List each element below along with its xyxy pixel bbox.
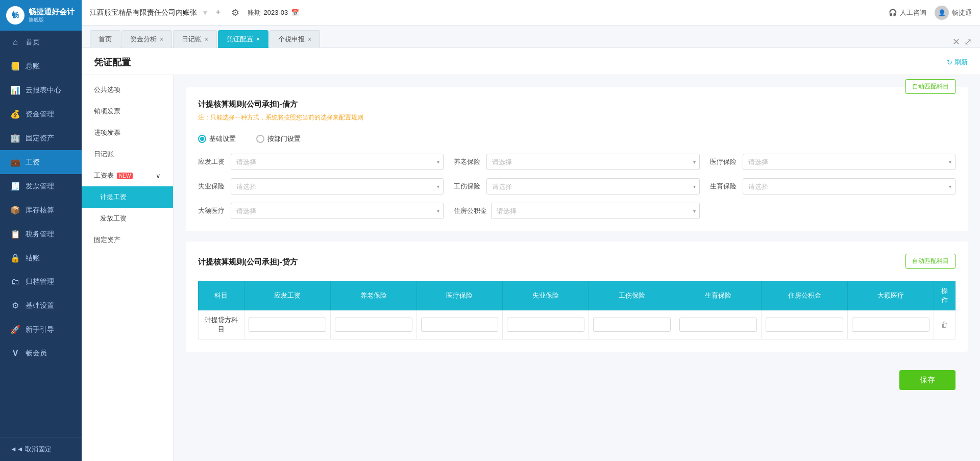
cell-yfgz[interactable] xyxy=(244,310,330,339)
cell-ylbx2[interactable] xyxy=(416,310,503,339)
input-daly[interactable] xyxy=(852,318,929,332)
user-info[interactable]: 👤 畅捷通 xyxy=(935,6,972,20)
company-name[interactable]: 江西服宝精品有限责任公司内账张 xyxy=(90,8,197,17)
menu-jiti[interactable]: 计提工资 xyxy=(82,186,173,208)
select-ylbx-wrap: 请选择 ▾ xyxy=(486,154,699,170)
refresh-button[interactable]: ↻ 刷新 xyxy=(947,58,968,67)
delete-row-button[interactable]: 🗑 xyxy=(941,321,948,329)
menu-public[interactable]: 公共选项 xyxy=(82,79,173,101)
cell-action[interactable]: 🗑 xyxy=(934,310,955,339)
tab-home-label: 首页 xyxy=(99,35,112,44)
sidebar-item-tax[interactable]: 📋 税务管理 xyxy=(0,222,82,246)
tab-home[interactable]: 首页 xyxy=(90,30,120,48)
sidebar-item-close[interactable]: 🔒 结账 xyxy=(0,246,82,270)
sidebar-item-label: 结账 xyxy=(26,254,40,263)
label-ylbx2: 医疗保险 xyxy=(710,157,739,166)
label-ylbx: 养老保险 xyxy=(454,157,482,166)
tab-finance-close[interactable]: × xyxy=(160,36,163,43)
cell-gjj[interactable] xyxy=(762,310,848,339)
sidebar-item-ledger[interactable]: 📒 总账 xyxy=(0,54,82,78)
select-yfgz[interactable]: 请选择 xyxy=(231,154,444,170)
sidebar-item-guide[interactable]: 🚀 新手引导 xyxy=(0,318,82,342)
select-gsbx[interactable]: 请选择 xyxy=(486,178,699,195)
tab-voucher-close[interactable]: × xyxy=(256,36,260,43)
sidebar-item-reports[interactable]: 📊 云报表中心 xyxy=(0,78,82,102)
input-ylbx[interactable] xyxy=(335,318,412,332)
select-ylbx[interactable]: 请选择 xyxy=(486,154,699,170)
tab-journal-label: 日记账 xyxy=(182,35,202,44)
menu-salary-table[interactable]: 工资表 NEW ∨ xyxy=(82,165,173,186)
th-gjj: 住房公积金 xyxy=(762,281,848,310)
radio-group: 基础设置 按部门设置 xyxy=(198,134,955,143)
menu-sales[interactable]: 销项发票 xyxy=(82,101,173,122)
label-sybx: 失业保险 xyxy=(198,182,227,191)
tab-voucher-label: 凭证配置 xyxy=(227,35,253,44)
sidebar-item-label: 首页 xyxy=(26,38,40,47)
auto-match-button-1[interactable]: 自动匹配科目 xyxy=(905,79,955,94)
left-menu: 公共选项 销项发票 进项发票 日记账 工资表 NEW ∨ xyxy=(82,75,174,461)
cell-ylbx[interactable] xyxy=(330,310,416,339)
sidebar-item-archive[interactable]: 🗂 归档管理 xyxy=(0,270,82,294)
select-sybx[interactable]: 请选择 xyxy=(231,178,444,195)
select-gjj[interactable]: 请选择 xyxy=(491,203,699,219)
tab-journal-close[interactable]: × xyxy=(205,36,208,43)
menu-pay[interactable]: 发放工资 xyxy=(82,208,173,229)
auto-match-button-2[interactable]: 自动匹配科目 xyxy=(905,254,955,269)
input-gsbx[interactable] xyxy=(593,318,671,332)
sidebar-item-settings[interactable]: ⚙ 基础设置 xyxy=(0,294,82,318)
sidebar-unpin[interactable]: ◄◄ 取消固定 xyxy=(0,437,82,461)
menu-purchase[interactable]: 进项发票 xyxy=(82,122,173,143)
settings-button[interactable]: ⚙ xyxy=(229,5,241,20)
sidebar-item-invoice[interactable]: 🧾 发票管理 xyxy=(0,174,82,198)
input-ylbx2[interactable] xyxy=(421,318,499,332)
sidebar-item-finance[interactable]: 💰 资金管理 xyxy=(0,102,82,126)
dropdown-icon[interactable]: ▾ xyxy=(203,8,207,17)
sidebar-item-inventory[interactable]: 📦 库存核算 xyxy=(0,198,82,222)
th-ylbx: 养老保险 xyxy=(330,281,416,310)
refresh-label: 刷新 xyxy=(954,58,968,67)
unpin-label: ◄◄ 取消固定 xyxy=(10,445,52,454)
sidebar-item-assets[interactable]: 🏢 固定资产 xyxy=(0,126,82,150)
consult-button[interactable]: 🎧 人工咨询 xyxy=(889,8,926,17)
sidebar-item-vip[interactable]: V 畅会员 xyxy=(0,342,82,365)
menu-journal[interactable]: 日记账 xyxy=(82,143,173,165)
sidebar: 畅 畅捷通好会计 旗舰版 ⌂ 首页 📒 总账 📊 云报表中心 💰 资金管理 🏢 … xyxy=(0,0,82,461)
tab-tax[interactable]: 个税申报 × xyxy=(270,30,320,48)
input-gjj[interactable] xyxy=(766,318,843,332)
add-button[interactable]: + xyxy=(213,5,223,20)
menu-journal-label: 日记账 xyxy=(94,150,114,159)
tab-finance[interactable]: 资金分析 × xyxy=(121,30,172,48)
cell-sybx2[interactable] xyxy=(675,310,762,339)
reports-icon: 📊 xyxy=(10,85,20,95)
tab-tax-close[interactable]: × xyxy=(308,36,311,43)
select-ylbx2-wrap: 请选择 ▾ xyxy=(743,154,955,170)
input-yfgz[interactable] xyxy=(249,318,326,332)
select-sybx2[interactable]: 请选择 xyxy=(743,178,955,195)
select-ylbx2[interactable]: 请选择 xyxy=(743,154,955,170)
menu-jiti-label: 计提工资 xyxy=(100,192,127,202)
vip-icon: V xyxy=(10,349,20,358)
sidebar-item-salary[interactable]: 💼 工资 xyxy=(0,150,82,174)
sidebar-item-home[interactable]: ⌂ 首页 xyxy=(0,31,82,54)
fullscreen-button[interactable]: ⤢ xyxy=(964,36,972,47)
tab-voucher[interactable]: 凭证配置 × xyxy=(218,30,268,48)
radio-dept[interactable]: 按部门设置 xyxy=(256,134,301,143)
radio-basic[interactable]: 基础设置 xyxy=(198,134,236,143)
select-sybx2-wrap: 请选择 ▾ xyxy=(743,178,955,195)
field-gsbx: 工伤保险 请选择 ▾ xyxy=(454,178,699,195)
save-button[interactable]: 保存 xyxy=(899,370,955,390)
cell-daly[interactable] xyxy=(847,310,934,339)
select-gsbx-wrap: 请选择 ▾ xyxy=(486,178,699,195)
cell-gsbx[interactable] xyxy=(589,310,675,339)
cell-sybx[interactable] xyxy=(503,310,589,339)
period-value[interactable]: 2023-03 xyxy=(264,9,288,16)
menu-fixed[interactable]: 固定资产 xyxy=(82,229,173,251)
input-sybx2[interactable] xyxy=(679,318,757,332)
sidebar-item-label: 归档管理 xyxy=(26,277,54,286)
calendar-icon[interactable]: 📅 xyxy=(291,9,299,16)
input-sybx[interactable] xyxy=(507,318,584,332)
select-daly[interactable]: 请选择 xyxy=(231,203,444,219)
section1-note: 注：只能选择一种方式，系统将按照您当前的选择来配置规则 xyxy=(198,113,905,122)
close-window-button[interactable]: ✕ xyxy=(952,36,960,47)
tab-journal[interactable]: 日记账 × xyxy=(173,30,217,48)
